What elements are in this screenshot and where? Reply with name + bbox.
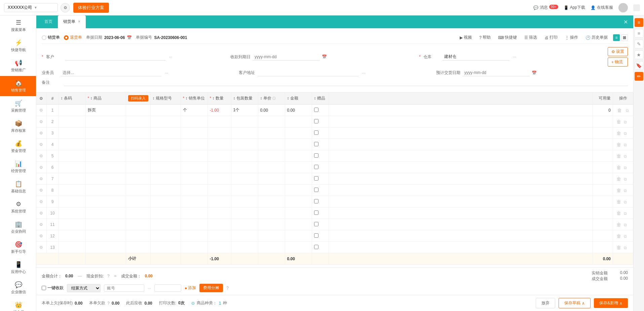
company-selector[interactable]: XXXXXX公司 ▼ xyxy=(4,3,58,12)
row-gift-1[interactable] xyxy=(312,105,329,116)
account-dots-icon[interactable]: ··· xyxy=(148,286,151,290)
delete-row-7-icon[interactable]: 🗑 xyxy=(615,176,622,182)
gift-checkbox-11[interactable] xyxy=(314,222,318,226)
gift-checkbox-8[interactable] xyxy=(314,188,318,192)
copy-row-6-icon[interactable]: ⧉ xyxy=(622,165,628,170)
gift-checkbox-7[interactable] xyxy=(314,176,318,181)
sidebar-item-inventory[interactable]: 📦 库存核算 xyxy=(0,116,36,137)
delete-row-8-icon[interactable]: 🗑 xyxy=(615,188,622,193)
gift-checkbox-1[interactable] xyxy=(314,108,318,112)
close-window-icon[interactable]: ✕ xyxy=(623,19,628,25)
sidebar-item-app[interactable]: 📱 应用中心 xyxy=(0,258,36,278)
copy-row-8-icon[interactable]: ⧉ xyxy=(622,188,628,193)
delivery-calendar-icon[interactable]: 📅 xyxy=(532,71,537,75)
rp-btn-3[interactable]: ✎ xyxy=(635,40,643,48)
copy-row-12-icon[interactable]: ⧉ xyxy=(622,234,628,239)
delete-row-2-icon[interactable]: 🗑 xyxy=(615,119,622,124)
copy-row-7-icon[interactable]: ⧉ xyxy=(622,177,628,182)
operation-btn[interactable]: ⋮ 操作 xyxy=(563,34,580,41)
copy-row-5-icon[interactable]: ⧉ xyxy=(622,154,628,159)
row-spec-1[interactable] xyxy=(150,105,181,116)
logistics-button[interactable]: + 物流 xyxy=(608,57,628,67)
row-gear-3[interactable]: ⚙ xyxy=(36,127,46,139)
row-gear-2[interactable]: ⚙ xyxy=(36,116,46,127)
row-gear-12[interactable]: ⚙ xyxy=(36,230,46,242)
row-gear-13[interactable]: ⚙ xyxy=(36,242,46,253)
copy-row-10-icon[interactable]: ⧉ xyxy=(622,211,628,216)
user-menu-icon[interactable] xyxy=(633,4,640,11)
sidebar-item-marketing[interactable]: 📢 营销推广 xyxy=(0,56,36,76)
row-barcode-1[interactable] xyxy=(59,105,85,116)
row-gear-10[interactable]: ⚙ xyxy=(36,207,46,219)
layout-list-icon[interactable]: ≡ xyxy=(613,34,620,41)
warehouse-input[interactable] xyxy=(442,53,509,61)
row-pkgqty-1[interactable]: 1个 xyxy=(231,105,258,116)
radio-sales-order[interactable]: 销货单 xyxy=(42,35,60,40)
product-type-value[interactable]: 1 xyxy=(219,301,221,306)
payment-due-input[interactable] xyxy=(253,53,320,61)
row-gear-1[interactable]: ⚙ xyxy=(36,105,46,116)
sidebar-item-purchase[interactable]: 🛒 采购管理 xyxy=(0,96,36,116)
row-price-1[interactable]: 0.00 xyxy=(258,105,285,116)
rp-btn-2[interactable]: ≡ xyxy=(635,29,643,38)
sidebar-item-basic[interactable]: 📋 基础信息 xyxy=(0,177,36,197)
rp-btn-4[interactable]: ★ xyxy=(635,50,643,59)
sidebar-item-wechat[interactable]: 💬 企业微信 xyxy=(0,278,36,298)
delete-row-9-icon[interactable]: 🗑 xyxy=(615,199,622,204)
settings-icon-btn[interactable]: ⚙ xyxy=(61,3,70,12)
expense-split-btn[interactable]: 费用分摊 xyxy=(199,284,223,292)
one-click-payment-checkbox[interactable]: 一键收款 xyxy=(42,285,64,291)
delete-row-10-icon[interactable]: 🗑 xyxy=(615,210,622,216)
sidebar-item-sales[interactable]: 🏠 销售管理 xyxy=(0,76,36,96)
row-unit-1[interactable]: 个 xyxy=(181,105,207,116)
rp-btn-5[interactable]: 🔖 xyxy=(635,61,643,70)
video-btn[interactable]: ▶ 视频 xyxy=(458,34,474,41)
one-click-checkbox[interactable] xyxy=(42,286,46,290)
rp-btn-1[interactable]: ≡ xyxy=(635,18,643,27)
sidebar-item-corp[interactable]: 🏢 企业协同 xyxy=(0,217,36,237)
save-new-button[interactable]: 保存&新增 ∧ xyxy=(594,298,628,308)
sidebar-item-ops[interactable]: 📊 经营管理 xyxy=(0,157,36,177)
sidebar-item-finance[interactable]: 💰 资金管理 xyxy=(0,137,36,157)
copy-row-4-icon[interactable]: ⧉ xyxy=(622,143,628,147)
copy-row-13-icon[interactable]: ⧉ xyxy=(622,245,628,250)
rp-btn-6[interactable]: ✏ xyxy=(635,72,643,81)
delivery-date-input[interactable] xyxy=(462,69,530,76)
message-btn[interactable]: 💬 消息 99+ xyxy=(533,5,558,10)
delete-row-5-icon[interactable]: 🗑 xyxy=(615,153,622,159)
gift-checkbox-4[interactable] xyxy=(314,142,318,146)
total-owed-help[interactable]: ? xyxy=(107,301,110,306)
delete-row-1-icon[interactable]: 🗑 xyxy=(616,108,623,113)
scan-barcode-btn[interactable]: 扫码录入 xyxy=(128,95,148,102)
delete-row-11-icon[interactable]: 🗑 xyxy=(615,222,622,227)
radio-return-order[interactable]: 退货单 xyxy=(64,35,82,40)
copy-row-3-icon[interactable]: ⧉ xyxy=(622,131,628,136)
row-gear-5[interactable]: ⚙ xyxy=(36,150,46,162)
doc-settings-button[interactable]: ⚙ 设置 xyxy=(608,47,628,56)
row-gear-8[interactable]: ⚙ xyxy=(36,185,46,196)
payment-calendar-icon[interactable]: 📅 xyxy=(322,54,327,59)
sidebar-item-search[interactable]: ☰ 搜索菜单 xyxy=(0,15,36,36)
notes-input[interactable] xyxy=(64,79,628,86)
history-btn[interactable]: 🕐 历史单据 xyxy=(583,34,610,41)
print-btn[interactable]: 🖨 打印 xyxy=(542,34,560,41)
gift-checkbox-3[interactable] xyxy=(314,130,318,135)
row-gear-11[interactable]: ⚙ xyxy=(36,219,46,230)
th-gear[interactable]: ⚙ xyxy=(36,92,46,105)
sidebar-item-member[interactable]: 👑 畅会员 xyxy=(0,298,36,311)
address-more-icon[interactable]: ··· xyxy=(362,71,365,75)
copy-row-9-icon[interactable]: ⧉ xyxy=(622,200,628,204)
delete-row-12-icon[interactable]: 🗑 xyxy=(615,233,622,239)
gift-checkbox-5[interactable] xyxy=(314,153,318,158)
app-download-btn[interactable]: 📱 App下载 xyxy=(564,5,585,10)
gift-checkbox-6[interactable] xyxy=(314,165,318,169)
row-qty-1[interactable]: -1.00 xyxy=(207,105,231,116)
sidebar-item-system[interactable]: ⚙ 系统管理 xyxy=(0,197,36,217)
row-gear-7[interactable]: ⚙ xyxy=(36,173,46,185)
sidebar-item-guide[interactable]: 🎯 新手引导 xyxy=(0,237,36,258)
delete-row-3-icon[interactable]: 🗑 xyxy=(615,130,622,136)
amount-input[interactable] xyxy=(154,284,181,292)
row-product-1[interactable]: 拆页 xyxy=(85,105,126,116)
salesperson-input[interactable] xyxy=(61,69,161,76)
customer-more-icon[interactable]: ··· xyxy=(169,54,173,59)
